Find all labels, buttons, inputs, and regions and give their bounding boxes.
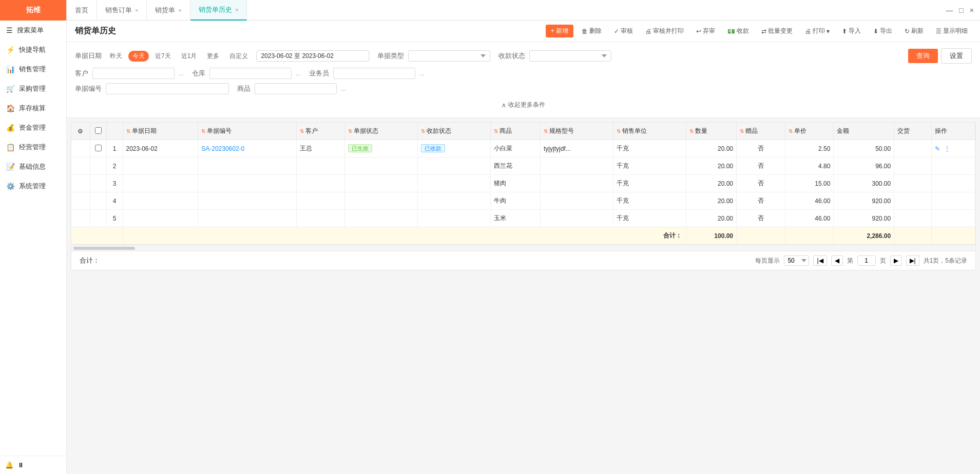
edit-action-link[interactable]: ✎ [935,145,940,152]
notification-icon[interactable]: 🔔 [5,461,13,469]
page-number-input[interactable] [857,255,876,266]
horizontal-scrollbar[interactable] [71,245,975,251]
per-page-select[interactable]: 50 20 100 [784,255,809,266]
customer-picker-icon[interactable]: ... [179,70,184,77]
total-pages-info: 共1页，5条记录 [924,256,967,265]
delete-button[interactable]: 🗑 删除 [578,25,606,37]
scroll-thumb[interactable] [73,247,135,250]
col-customer[interactable]: ⇅客户 [296,123,345,140]
audit-print-button[interactable]: 🖨 审核并打印 [641,25,688,37]
filter-settings-button[interactable]: 设置 [941,48,972,64]
col-transaction: 交货 [894,123,932,140]
col-quantity[interactable]: ⇅数量 [686,123,737,140]
payment-status-cell [418,175,491,192]
collect-button[interactable]: 💵 收款 [723,25,753,37]
import-button[interactable]: ⬆ 导入 [838,25,865,37]
first-page-button[interactable]: |◀ [813,255,827,266]
batch-change-button[interactable]: ⇄ 批量变更 [757,25,797,37]
docno-input[interactable] [106,83,229,94]
tab-sales-history[interactable]: 销货单历史 × [190,0,247,21]
date-tab-yesterday[interactable]: 昨天 [106,51,126,62]
salesperson-input[interactable] [333,68,415,79]
payment-status-select[interactable] [529,50,611,62]
print-icon: 🖨 [805,28,811,35]
refresh-button[interactable]: ↻ 刷新 [900,25,928,37]
row-checkbox-cell [90,175,106,192]
date-tab-7days[interactable]: 近7天 [151,51,175,62]
sidebar-item-label: 基础信息 [19,162,46,171]
sidebar-item-sales-mgmt[interactable]: 📊 销售管理 [0,60,66,79]
goods-input[interactable] [255,83,337,94]
new-button[interactable]: + 新增 [546,25,573,37]
last-page-button[interactable]: ▶| [906,255,919,266]
abandon-button[interactable]: ↩ 弃审 [692,25,719,37]
date-tab-1month[interactable]: 近1月 [177,51,201,62]
row-checkbox[interactable] [95,145,102,151]
sidebar-item-search-menu[interactable]: ☰ 搜索菜单 [0,21,66,40]
pause-icon[interactable]: ⏸ [17,461,24,469]
sidebar-item-purchase-mgmt[interactable]: 🛒 采购管理 [0,79,66,98]
prev-page-button[interactable]: ◀ [831,255,843,266]
sidebar-item-fund-mgmt[interactable]: 💰 资金管理 [0,118,66,137]
gift-cell: 否 [737,175,785,192]
tab-close-sales-history[interactable]: × [235,7,238,13]
sidebar-item-operation-mgmt[interactable]: 📋 经营管理 [0,137,66,157]
col-payment-status[interactable]: ⇅收款状态 [418,123,491,140]
sidebar-item-label: 快捷导航 [19,45,46,54]
sidebar-item-base-info[interactable]: 📝 基础信息 [0,157,66,176]
col-gift[interactable]: ⇅赠品 [737,123,785,140]
query-button[interactable]: 查询 [908,49,938,63]
sidebar-item-system-mgmt[interactable]: ⚙️ 系统管理 [0,176,66,196]
sidebar-item-inventory[interactable]: 🏠 库存核算 [0,98,66,118]
select-all-checkbox[interactable] [95,127,102,134]
table-row: 5玉米千克20.00否46.00920.00 [71,210,975,227]
spec-cell [541,210,613,227]
gift-cell: 否 [737,210,785,227]
sidebar-item-quick-nav[interactable]: ⚡ 快捷导航 [0,40,66,60]
col-goods[interactable]: ⇅商品 [491,123,541,140]
date-range-input[interactable] [256,50,369,62]
doc-date-cell [123,192,198,210]
tab-sales-goods[interactable]: 销货单 × [147,0,190,21]
salesperson-picker-icon[interactable]: ... [419,70,425,77]
print-button[interactable]: 🖨 打印 ▾ [801,25,834,37]
doc-status-cell [345,210,418,227]
collect-icon: 💵 [727,28,735,35]
date-tab-custom[interactable]: 自定义 [225,51,252,62]
close-button[interactable]: × [968,6,976,14]
col-doc-date[interactable]: ⇅单据日期 [123,123,198,140]
next-page-button[interactable]: ▶ [890,255,902,266]
doc-no-cell[interactable]: SA-20230602-0 [198,140,296,157]
col-unit-price[interactable]: ⇅单价 [785,123,834,140]
col-settings[interactable]: ⚙ [71,123,90,140]
tab-close-sales-order[interactable]: × [135,7,138,13]
gift-cell: 否 [737,157,785,175]
tab-sales-order[interactable]: 销售订单 × [97,0,147,21]
doc-no-link[interactable]: SA-20230602-0 [201,145,244,152]
date-tab-today[interactable]: 今天 [128,51,149,62]
more-action-link[interactable]: ⋮ [944,145,950,152]
table-body: 12023-06-02SA-20230602-0王总已生效已收款小白菜tyjyj… [71,140,975,227]
goods-picker-icon[interactable]: ... [341,85,346,92]
col-unit[interactable]: ⇅销售单位 [613,123,686,140]
date-tab-more[interactable]: 更多 [203,51,223,62]
export-button[interactable]: ⬇ 导出 [869,25,896,37]
doc-type-select[interactable] [408,50,490,62]
warehouse-input[interactable] [209,68,292,79]
display-detail-button[interactable]: ☰ 显示明细 [932,25,972,37]
audit-icon: ✓ [614,28,619,35]
filter-collapse-button[interactable]: ∧ 收起更多条件 [75,98,972,111]
warehouse-picker-icon[interactable]: ... [296,70,301,77]
customer-input[interactable] [92,68,175,79]
spec-cell [541,157,613,175]
tab-close-sales-goods[interactable]: × [178,7,181,13]
col-doc-no[interactable]: ⇅单据编号 [198,123,296,140]
col-checkbox [90,123,106,140]
tab-home[interactable]: 首页 [67,0,97,21]
salesperson-filter: 业务员 ... [309,68,425,79]
col-doc-status[interactable]: ⇅单据状态 [345,123,418,140]
audit-button[interactable]: ✓ 审核 [610,25,637,37]
minimize-button[interactable]: — [944,6,955,14]
col-spec[interactable]: ⇅规格型号 [541,123,613,140]
maximize-button[interactable]: □ [957,6,965,14]
